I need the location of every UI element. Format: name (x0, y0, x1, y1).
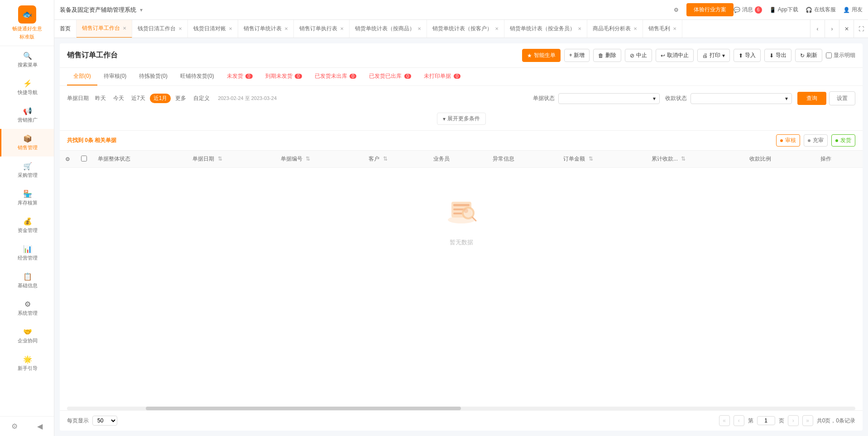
sub-tab-pending-review[interactable]: 待审核(0) (97, 68, 133, 85)
show-detail-input[interactable] (826, 52, 832, 58)
refresh-icon: ↻ (800, 52, 805, 59)
ai-generate-btn[interactable]: ★ 智能生单 (522, 49, 561, 62)
sidebar-item-quick-nav[interactable]: ⚡ 快捷导航 (0, 74, 54, 101)
tab-sales-stats-product[interactable]: 销货单统计表（按商品） ✕ (350, 20, 427, 38)
per-page-select[interactable]: 50 100 200 (92, 416, 117, 426)
tab-sales-stats[interactable]: 销售订单统计表 ✕ (238, 20, 294, 38)
last1m-btn[interactable]: 近1月 (150, 94, 171, 103)
tab-cash-daily-close[interactable]: ✕ (178, 26, 182, 31)
page-input[interactable] (757, 416, 775, 425)
tab-sales-workbench[interactable]: 销售订单工作台 ✕ (77, 20, 132, 38)
today-btn[interactable]: 今天 (110, 94, 127, 103)
sidebar-collapse-btn[interactable]: ◀ (37, 422, 43, 431)
export-btn[interactable]: ⬇ 导出 (764, 49, 791, 62)
basic-info-icon: 📋 (23, 272, 32, 281)
sub-tab-not-printed[interactable]: 未打印单据 0 (417, 68, 467, 85)
tab-sales-stats-salesman[interactable]: 销货单统计表（按业务员） ✕ (504, 20, 587, 38)
tab-gross-margin[interactable]: 商品毛利分析表 ✕ (587, 20, 643, 38)
sub-tab-pending-inspect[interactable]: 待拣验货(0) (133, 68, 174, 85)
yesterday-btn[interactable]: 昨天 (92, 94, 109, 103)
sidebar-item-inventory[interactable]: 🏪 库存核算 (0, 184, 54, 212)
th-received[interactable]: 累计收款... ⇅ (646, 151, 744, 168)
tab-sales-exec[interactable]: 销售订单执行表 ✕ (294, 20, 350, 38)
add-btn[interactable]: + 新增 (564, 49, 590, 62)
stop-btn[interactable]: ⊘ 中止 (625, 49, 652, 62)
next-page-btn[interactable]: › (788, 415, 799, 426)
tab-cash-reconcile[interactable]: 钱货日清对账 ✕ (188, 20, 238, 38)
th-date[interactable]: 单据日期 ⇅ (187, 151, 275, 168)
h-scrollbar[interactable] (67, 407, 855, 410)
tab-sales-workbench-close[interactable]: ✕ (123, 26, 126, 31)
tab-sales-profit[interactable]: 销售毛利 ✕ (643, 20, 682, 38)
th-customer[interactable]: 客户 ⇅ (363, 151, 427, 168)
customer-sort-icon: ⇅ (383, 156, 388, 162)
th-amount[interactable]: 订单金额 ⇅ (558, 151, 646, 168)
sidebar-item-finance[interactable]: 💰 资金管理 (0, 212, 54, 239)
sidebar-item-system[interactable]: ⚙ 系统管理 (0, 294, 54, 322)
tab-gross-margin-close[interactable]: ✕ (633, 26, 637, 31)
sidebar-item-basic-info[interactable]: 📋 基础信息 (0, 267, 54, 294)
tab-cash-daily[interactable]: 钱货日清工作台 ✕ (132, 20, 188, 38)
first-page-btn[interactable]: « (719, 415, 730, 426)
tab-expand-btn[interactable]: ⛶ (854, 20, 868, 38)
sidebar-item-search[interactable]: 🔍 搜索菜单 (0, 46, 54, 74)
print-btn[interactable]: 🖨 打印 ▾ (697, 49, 730, 62)
tab-sales-exec-close[interactable]: ✕ (340, 26, 344, 31)
ship-btn[interactable]: 发货 (831, 134, 855, 147)
sub-tab-all[interactable]: 全部(0) (67, 68, 97, 85)
th-settings[interactable]: ⚙ (60, 151, 76, 168)
sidebar-item-guide[interactable]: 🌟 新手引导 (0, 350, 54, 377)
tab-sales-stats-salesman-close[interactable]: ✕ (578, 26, 581, 31)
sub-tab-not-shipped[interactable]: 未发货 0 (221, 68, 259, 85)
sidebar-label-search: 搜索菜单 (18, 62, 38, 68)
industry-btn[interactable]: 体验行业方案 (686, 3, 734, 16)
user-btn[interactable]: 👤 用友 (843, 6, 863, 14)
prev-page-btn[interactable]: ‹ (734, 415, 744, 426)
delete-btn[interactable]: 🗑 删除 (593, 49, 621, 62)
import-btn[interactable]: ⬆ 导入 (734, 49, 761, 62)
th-number[interactable]: 单据编号 ⇅ (275, 151, 364, 168)
select-all-checkbox[interactable] (81, 156, 87, 161)
tab-sales-stats-product-close[interactable]: ✕ (417, 26, 421, 31)
refresh-btn[interactable]: ↻ 刷新 (795, 49, 822, 62)
query-btn[interactable]: 查询 (797, 92, 826, 105)
th-checkbox[interactable] (76, 151, 92, 168)
last-page-btn[interactable]: » (802, 415, 813, 426)
cancel-stop-btn[interactable]: ↩ 取消中止 (656, 49, 694, 62)
tab-sales-stats-customer-close[interactable]: ✕ (495, 26, 499, 31)
tab-prev-btn[interactable]: ‹ (810, 20, 825, 38)
sub-tab-expired-not-shipped[interactable]: 到期未发货 0 (259, 68, 308, 85)
service-btn[interactable]: 🎧 在线客服 (806, 6, 836, 14)
custom-btn[interactable]: 自定义 (191, 94, 212, 103)
sidebar-item-sales[interactable]: 📦 销售管理 (0, 129, 54, 156)
expand-conditions-btn[interactable]: ▾ 展开更多条件 (437, 113, 486, 125)
sub-tab-shipped-not-in[interactable]: 已发货未出库 0 (308, 68, 363, 85)
tab-sales-profit-close[interactable]: ✕ (673, 26, 676, 31)
sidebar-item-marketing[interactable]: 📢 营销推广 (0, 101, 54, 129)
status-select[interactable]: ▾ (558, 93, 660, 104)
tab-close-all-btn[interactable]: ✕ (839, 20, 854, 38)
revoke-btn[interactable]: 充审 (804, 134, 828, 147)
sidebar-item-purchase[interactable]: 🛒 采购管理 (0, 156, 54, 184)
show-detail-checkbox[interactable]: 显示明细 (826, 52, 855, 59)
sidebar-settings-btn[interactable]: ⚙ (11, 422, 18, 431)
last7-btn[interactable]: 近7天 (129, 94, 148, 103)
app-download-btn[interactable]: 📱 App下载 (769, 6, 798, 14)
sub-tab-wangpu[interactable]: 旺铺待发货(0) (174, 68, 221, 85)
tab-cash-reconcile-close[interactable]: ✕ (229, 26, 232, 31)
sidebar-item-operations[interactable]: 📊 经营管理 (0, 239, 54, 267)
payment-select[interactable]: ▾ (691, 93, 792, 104)
message-btn[interactable]: 💬 消息 6 (734, 6, 762, 14)
tab-home[interactable]: 首页 (54, 20, 77, 38)
tab-sales-stats-customer[interactable]: 销货单统计表（按客户） ✕ (427, 20, 504, 38)
more-btn[interactable]: 更多 (173, 94, 189, 103)
tab-next-btn[interactable]: › (825, 20, 839, 38)
tab-sales-stats-close[interactable]: ✕ (284, 26, 288, 31)
filter-settings-btn[interactable]: 设置 (829, 91, 855, 105)
topbar-settings-btn[interactable]: ⚙ (670, 4, 683, 16)
audit-btn[interactable]: 审核 (776, 134, 800, 147)
table-scroll[interactable]: ⚙ 单据整体状态 单据日期 ⇅ 单据编号 (60, 151, 863, 407)
sub-tab-shipped-out[interactable]: 已发货已出库 0 (363, 68, 417, 85)
sidebar-item-enterprise[interactable]: 🤝 企业协同 (0, 322, 54, 350)
scrollbar-thumb[interactable] (146, 407, 461, 410)
